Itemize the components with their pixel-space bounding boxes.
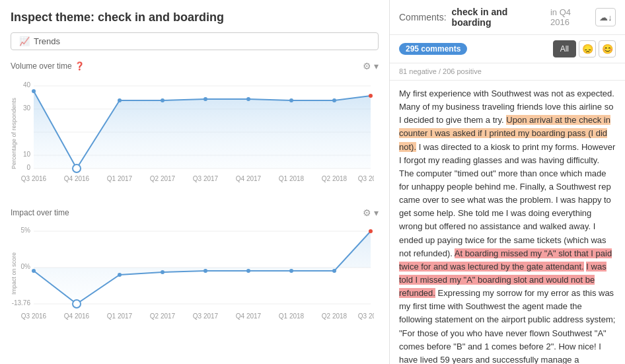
svg-text:0: 0 — [26, 164, 30, 171]
download-icon: ☁↓ — [599, 13, 612, 22]
svg-point-16 — [246, 97, 250, 101]
filter-bar: 295 comments All 😞 😊 — [390, 35, 625, 63]
positive-icon: 😊 — [602, 44, 613, 54]
svg-text:30: 30 — [23, 104, 31, 112]
svg-point-14 — [161, 98, 165, 102]
svg-text:0%: 0% — [21, 263, 31, 270]
highlight-orange-1: Upon arrival at the check in counter I w… — [399, 115, 610, 151]
svg-point-43 — [289, 269, 293, 273]
svg-point-45 — [369, 229, 373, 233]
comments-theme: check in and boarding — [452, 7, 545, 28]
help-icon[interactable]: ❓ — [75, 61, 85, 71]
svg-text:-13.76: -13.76 — [12, 299, 31, 307]
svg-point-38 — [73, 300, 81, 308]
trends-button[interactable]: 📈 Trends — [11, 32, 379, 50]
impact-chart-settings[interactable]: ⚙ ▾ — [363, 207, 379, 218]
svg-point-12 — [73, 164, 81, 172]
svg-text:Q4 2017: Q4 2017 — [236, 175, 262, 182]
svg-text:Q2 2018: Q2 2018 — [322, 312, 348, 320]
svg-text:Q3 2016: Q3 2016 — [21, 175, 47, 182]
comments-label: Comments: — [399, 12, 447, 22]
svg-point-11 — [32, 89, 36, 93]
negative-icon: 😞 — [582, 44, 593, 54]
comment-text: My first experience with Southwest was n… — [399, 87, 616, 364]
left-panel: Inspect theme: check in and boarding 📈 T… — [0, 0, 390, 364]
svg-point-44 — [332, 269, 336, 273]
highlight-red-1: At boarding missed my "A" slot that I pa… — [399, 248, 612, 272]
svg-text:Impact on score: Impact on score — [11, 252, 17, 294]
filter-all-button[interactable]: All — [553, 40, 576, 57]
svg-text:Q3 2017: Q3 2017 — [193, 312, 219, 320]
sentiment-stats-bar: 81 negative / 206 positive — [390, 63, 625, 81]
svg-text:Q4 2016: Q4 2016 — [64, 175, 90, 182]
download-button[interactable]: ☁↓ — [595, 8, 616, 26]
svg-text:Q1 2018: Q1 2018 — [279, 175, 305, 182]
svg-text:Q2 2017: Q2 2017 — [150, 175, 176, 182]
impact-chart-title: Impact over time — [11, 208, 69, 217]
svg-point-15 — [203, 97, 207, 101]
volume-chart: 40 30 10 0 Percentage of respondents — [11, 74, 374, 190]
filter-positive-button[interactable]: 😊 — [599, 40, 616, 57]
svg-marker-36 — [34, 231, 371, 304]
volume-chart-section: Volume over time ❓ ⚙ ▾ 40 30 10 0 Percen… — [11, 61, 379, 202]
svg-text:Q4 2017: Q4 2017 — [236, 312, 262, 320]
svg-point-37 — [32, 269, 36, 273]
svg-point-39 — [118, 273, 122, 277]
sentiment-stats-text: 81 negative / 206 positive — [399, 67, 482, 75]
svg-text:Q2 2018: Q2 2018 — [322, 175, 348, 182]
svg-text:Percentage of respondents: Percentage of respondents — [11, 97, 17, 169]
comments-list[interactable]: My first experience with Southwest was n… — [390, 81, 625, 364]
comment-count-badge: 295 comments — [399, 43, 467, 55]
svg-text:40: 40 — [23, 81, 31, 89]
volume-chart-title: Volume over time ❓ — [11, 61, 85, 71]
svg-point-40 — [161, 270, 165, 274]
svg-text:Q1 2018: Q1 2018 — [279, 312, 305, 320]
svg-text:Q3 2017: Q3 2017 — [193, 175, 219, 182]
svg-text:Q1 2017: Q1 2017 — [107, 175, 133, 182]
comments-period: in Q4 2016 — [550, 7, 591, 27]
svg-text:10: 10 — [23, 151, 31, 158]
svg-text:Q3 2016: Q3 2016 — [21, 312, 47, 320]
svg-point-41 — [203, 269, 207, 273]
sentiment-filter-buttons: All 😞 😊 — [553, 40, 616, 57]
filter-negative-button[interactable]: 😞 — [579, 40, 596, 57]
trends-label: Trends — [34, 36, 60, 46]
comment-item: My first experience with Southwest was n… — [399, 87, 616, 364]
trends-icon: 📈 — [19, 36, 30, 46]
svg-point-18 — [332, 98, 336, 102]
svg-text:Q4 2016: Q4 2016 — [64, 312, 90, 320]
svg-point-13 — [118, 98, 122, 102]
page-title: Inspect theme: check in and boarding — [11, 11, 379, 24]
svg-text:Q2 2017: Q2 2017 — [150, 312, 176, 320]
svg-text:Q3 2018: Q3 2018 — [358, 175, 374, 182]
right-panel: Comments: check in and boarding in Q4 20… — [390, 0, 625, 364]
svg-text:Q1 2017: Q1 2017 — [107, 312, 133, 320]
svg-point-19 — [369, 94, 373, 98]
impact-chart-section: Impact over time ⚙ ▾ Impact on score 5% … — [11, 207, 379, 349]
svg-point-42 — [246, 269, 250, 273]
svg-point-17 — [289, 98, 293, 102]
impact-chart: Impact on score 5% 0% -13.76 — [11, 221, 374, 326]
svg-text:Q3 2018: Q3 2018 — [358, 312, 374, 320]
volume-chart-settings[interactable]: ⚙ ▾ — [363, 61, 379, 71]
comments-header: Comments: check in and boarding in Q4 20… — [390, 0, 625, 35]
svg-text:5%: 5% — [21, 227, 31, 234]
